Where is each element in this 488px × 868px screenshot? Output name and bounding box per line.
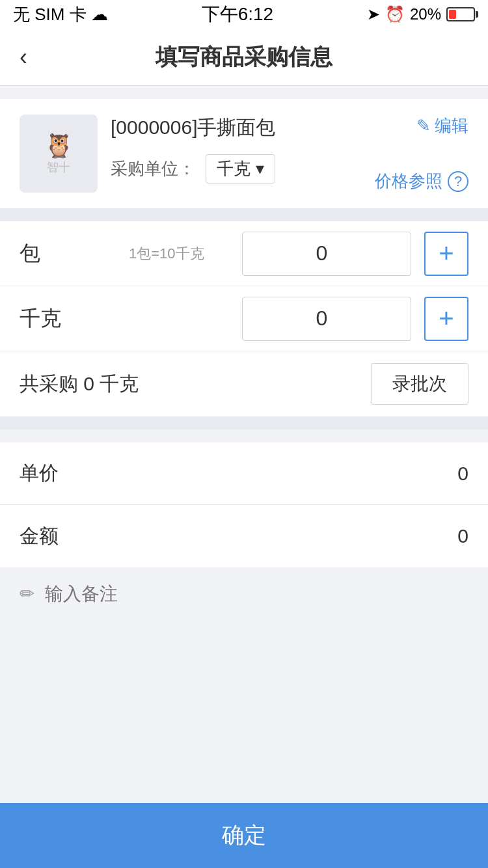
- remark-section: ✏: [0, 567, 488, 620]
- summary-text: 共采购 0 千克: [20, 371, 139, 398]
- amount-row: 金额 0: [0, 505, 488, 567]
- product-card: 🦉 智十 [0000006]手撕面包 采购单位： 千克 ▾ ✎ 编辑 价格参照 …: [0, 99, 488, 208]
- product-image: 🦉 智十: [20, 115, 98, 193]
- unit-price-label: 单价: [20, 460, 59, 487]
- kg-plus-button[interactable]: +: [424, 297, 468, 341]
- batch-button[interactable]: 录批次: [371, 363, 468, 405]
- pencil-icon: ✏: [20, 583, 34, 604]
- sim-label: 无 SIM 卡 ☁: [13, 3, 108, 26]
- location-icon: ➤: [367, 5, 380, 23]
- bag-input-row: 包 1包=10千克 +: [0, 221, 488, 286]
- alarm-icon: ⏰: [385, 5, 405, 23]
- bag-label: 包: [20, 239, 124, 268]
- owl-subtext: 智十: [47, 159, 70, 175]
- status-right: ➤ ⏰ 20%: [367, 5, 475, 23]
- amount-value: 0: [457, 525, 468, 547]
- kg-label: 千克: [20, 305, 124, 333]
- remark-input[interactable]: [45, 584, 468, 604]
- nav-bar: ‹ 填写商品采购信息: [0, 29, 488, 86]
- bag-quantity-input[interactable]: [242, 232, 411, 276]
- back-button[interactable]: ‹: [20, 44, 27, 71]
- unit-select[interactable]: 千克 ▾: [206, 154, 275, 183]
- input-section: 包 1包=10千克 + 千克 + 共采购 0 千克 录批次: [0, 221, 488, 416]
- unit-price-value: 0: [457, 463, 468, 485]
- help-icon: ?: [448, 171, 468, 192]
- status-time: 下午6:12: [202, 2, 274, 27]
- unit-label: 采购单位：: [111, 157, 195, 180]
- battery-icon: [446, 7, 475, 21]
- price-ref-label: 价格参照: [375, 170, 442, 193]
- price-section: 单价 0 金额 0: [0, 442, 488, 567]
- kg-input-right: +: [124, 297, 468, 341]
- status-left: 无 SIM 卡 ☁: [13, 3, 108, 26]
- edit-icon: ✎: [416, 116, 431, 136]
- bag-plus-button[interactable]: +: [424, 232, 468, 276]
- bottom-spacer: [0, 620, 488, 685]
- dropdown-icon: ▾: [256, 159, 264, 179]
- kg-quantity-input[interactable]: [242, 297, 411, 341]
- bag-sublabel: 1包=10千克: [129, 244, 204, 264]
- edit-button[interactable]: ✎ 编辑: [416, 115, 468, 137]
- owl-icon: 🦉: [44, 132, 74, 159]
- product-name: [0000006]手撕面包: [111, 115, 468, 141]
- confirm-button[interactable]: 确定: [0, 803, 488, 868]
- price-ref-button[interactable]: 价格参照 ?: [375, 170, 468, 193]
- unit-price-row: 单价 0: [0, 442, 488, 505]
- edit-label: 编辑: [435, 115, 468, 137]
- section-divider-1: [0, 208, 488, 221]
- unit-value: 千克: [217, 157, 251, 180]
- summary-row: 共采购 0 千克 录批次: [0, 351, 488, 416]
- amount-label: 金额: [20, 523, 59, 550]
- status-bar: 无 SIM 卡 ☁ 下午6:12 ➤ ⏰ 20%: [0, 0, 488, 29]
- page-title: 填写商品采购信息: [156, 42, 332, 72]
- battery-percent: 20%: [410, 5, 441, 23]
- kg-input-row: 千克 +: [0, 286, 488, 351]
- section-divider-2: [0, 416, 488, 429]
- bag-input-right: +: [204, 232, 468, 276]
